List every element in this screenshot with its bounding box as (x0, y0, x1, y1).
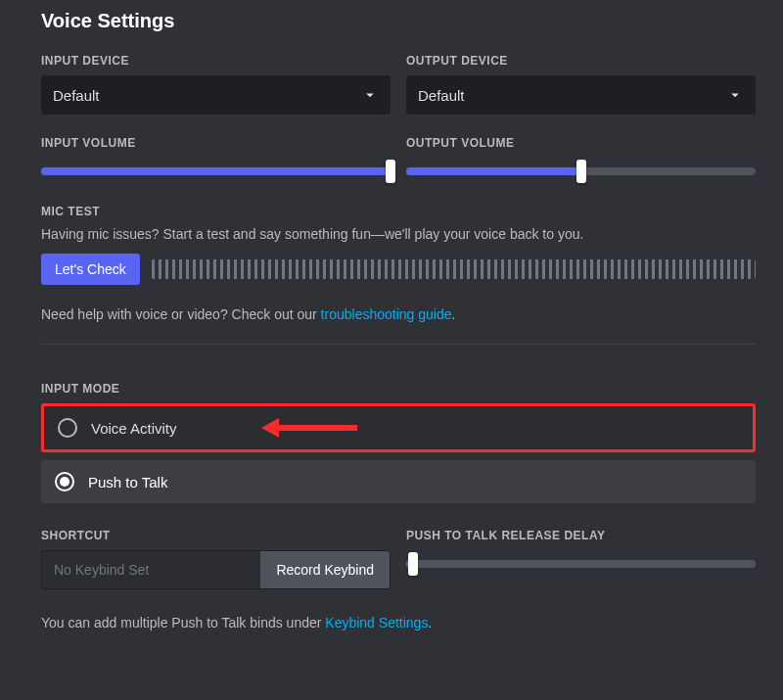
ptt-delay-slider[interactable] (406, 552, 756, 576)
footer-prefix: You can add multiple Push to Talk binds … (41, 615, 325, 630)
input-volume-label: INPUT VOLUME (41, 136, 391, 150)
input-volume-slider[interactable] (41, 160, 391, 183)
mic-test-label: MIC TEST (41, 205, 756, 218)
output-volume-slider[interactable] (406, 160, 756, 183)
input-mode-radio-group: Voice Activity Push to Talk (41, 403, 756, 503)
radio-off-icon (58, 418, 77, 438)
output-device-value: Default (418, 87, 465, 104)
slider-thumb[interactable] (408, 552, 418, 576)
keybind-settings-link[interactable]: Keybind Settings (325, 615, 428, 630)
slider-fill (41, 167, 391, 175)
slider-thumb[interactable] (386, 160, 395, 183)
shortcut-label: SHORTCUT (41, 529, 391, 542)
mic-level-meter (152, 259, 756, 279)
radio-push-to-talk[interactable]: Push to Talk (41, 460, 756, 503)
mic-test-button[interactable]: Let's Check (41, 254, 140, 285)
slider-fill (406, 167, 581, 175)
record-keybind-button[interactable]: Record Keybind (260, 551, 390, 588)
annotation-arrow-icon (261, 418, 357, 438)
slider-thumb[interactable] (576, 160, 586, 183)
input-device-label: INPUT DEVICE (41, 54, 391, 68)
output-volume-label: OUTPUT VOLUME (406, 136, 756, 150)
radio-label: Voice Activity (91, 420, 177, 437)
footer-text: You can add multiple Push to Talk binds … (41, 615, 756, 630)
chevron-down-icon (361, 86, 379, 104)
radio-on-icon (55, 472, 74, 491)
help-suffix: . (452, 306, 456, 322)
help-text: Need help with voice or video? Check out… (41, 306, 756, 345)
output-device-label: OUTPUT DEVICE (406, 54, 756, 68)
page-title: Voice Settings (41, 10, 756, 32)
keybind-placeholder: No Keybind Set (42, 551, 260, 588)
troubleshooting-link[interactable]: troubleshooting guide (321, 306, 452, 322)
radio-voice-activity[interactable]: Voice Activity (41, 403, 756, 452)
chevron-down-icon (726, 86, 744, 104)
ptt-delay-label: PUSH TO TALK RELEASE DELAY (406, 529, 756, 542)
input-device-select[interactable]: Default (41, 75, 391, 115)
output-device-select[interactable]: Default (406, 75, 756, 115)
help-prefix: Need help with voice or video? Check out… (41, 306, 321, 322)
keybind-field[interactable]: No Keybind Set Record Keybind (41, 550, 391, 589)
input-device-value: Default (53, 87, 100, 104)
input-mode-label: INPUT MODE (41, 382, 756, 396)
radio-label: Push to Talk (88, 474, 167, 490)
footer-suffix: . (428, 615, 432, 630)
mic-test-desc: Having mic issues? Start a test and say … (41, 226, 756, 242)
